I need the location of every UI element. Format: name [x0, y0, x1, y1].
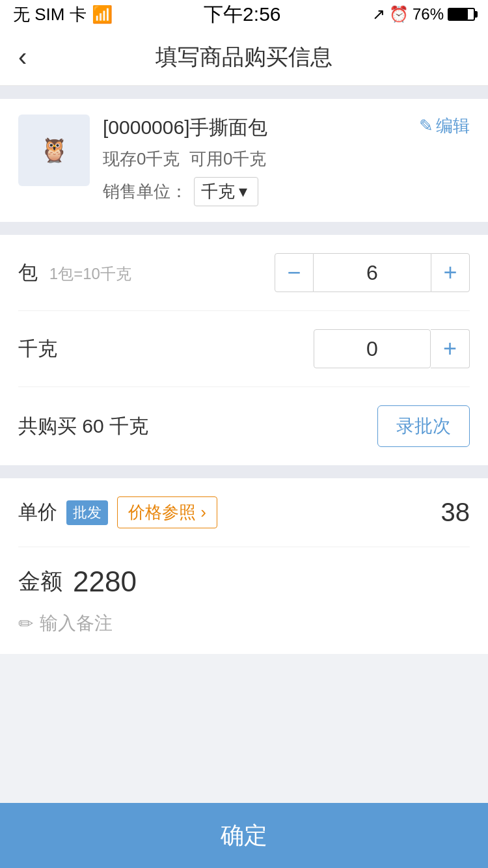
top-divider — [0, 86, 488, 99]
battery-text: 76% — [413, 5, 444, 23]
edit-icon: ✎ — [419, 116, 433, 136]
quantity-control-kg: + — [314, 329, 470, 368]
wifi-icon: 📶 — [92, 5, 113, 25]
price-label: 单价 — [18, 499, 57, 526]
product-stock: 现存0千克 可用0千克 — [103, 148, 470, 170]
available-text: 可用0千克 — [185, 149, 267, 169]
total-text: 共购买 60 千克 — [18, 413, 148, 440]
note-row[interactable]: ✏ 输入备注 — [18, 611, 470, 636]
record-batch-button[interactable]: 录批次 — [377, 405, 470, 447]
quantity-row-kg: 千克 + — [18, 311, 470, 387]
location-icon: ↗ — [372, 5, 385, 23]
amount-value: 2280 — [73, 565, 137, 598]
increase-bao-button[interactable]: + — [431, 253, 470, 292]
battery-icon — [448, 8, 475, 21]
quantity-bao-input[interactable] — [314, 253, 431, 292]
edit-button[interactable]: ✎ 编辑 — [419, 115, 470, 137]
quantity-label-bao: 包 1包=10千克 — [18, 260, 131, 286]
product-name-row: [0000006]手撕面包 ✎ 编辑 — [103, 115, 470, 141]
note-placeholder: 输入备注 — [40, 611, 113, 636]
quantity-section: 包 1包=10千克 − + 千克 + — [0, 235, 488, 387]
price-ref-button[interactable]: 价格参照 › — [117, 496, 217, 528]
product-thumbnail: 🦉 — [18, 115, 90, 186]
pencil-icon: ✏ — [18, 613, 33, 634]
page-title: 填写商品购买信息 — [156, 42, 332, 72]
status-bar: 无 SIM 卡 📶 下午2:56 ↗ ⏰ 76% — [0, 0, 488, 29]
decrease-bao-button[interactable]: − — [275, 253, 314, 292]
quantity-label-kg: 千克 — [18, 336, 57, 362]
amount-row: 金额 2280 — [18, 565, 470, 598]
mid-divider-2 — [0, 465, 488, 478]
price-section: 单价 批发 价格参照 › 38 — [0, 478, 488, 547]
increase-kg-button[interactable]: + — [431, 329, 470, 368]
chevron-down-icon: ▾ — [239, 182, 247, 202]
status-left: 无 SIM 卡 📶 — [13, 3, 113, 26]
price-row: 单价 批发 价格参照 › 38 — [18, 496, 470, 547]
product-info: [0000006]手撕面包 ✎ 编辑 现存0千克 可用0千克 销售单位： 千克 … — [103, 115, 470, 206]
product-card: 🦉 [0000006]手撕面包 ✎ 编辑 现存0千克 可用0千克 销售单位： 千… — [0, 99, 488, 222]
price-value: 38 — [441, 498, 470, 527]
quantity-control-bao: − + — [275, 253, 470, 292]
total-row: 共购买 60 千克 录批次 — [0, 387, 488, 465]
unit-select[interactable]: 千克 ▾ — [194, 177, 258, 206]
confirm-button[interactable]: 确定 — [0, 803, 488, 868]
carrier-text: 无 SIM 卡 — [13, 3, 87, 26]
product-unit-row: 销售单位： 千克 ▾ — [103, 177, 470, 206]
product-logo: 🦉 — [40, 137, 69, 164]
confirm-label: 确定 — [221, 820, 267, 852]
edit-label: 编辑 — [436, 115, 470, 137]
alarm-icon: ⏰ — [389, 5, 409, 23]
mid-divider-1 — [0, 222, 488, 235]
label-kg: 千克 — [18, 338, 57, 359]
status-right: ↗ ⏰ 76% — [372, 5, 475, 23]
quantity-kg-input[interactable] — [314, 329, 431, 368]
amount-label: 金额 — [18, 567, 62, 597]
label-bao: 包 — [18, 262, 38, 283]
stock-text: 现存0千克 — [103, 149, 180, 169]
unit-label: 销售单位： — [103, 180, 187, 203]
unit-value: 千克 — [201, 180, 235, 203]
hint-bao: 1包=10千克 — [49, 265, 131, 282]
time-display: 下午2:56 — [204, 1, 280, 28]
product-name: [0000006]手撕面包 — [103, 115, 267, 141]
amount-section: 金额 2280 ✏ 输入备注 — [0, 547, 488, 654]
back-button[interactable]: ‹ — [18, 42, 27, 72]
quantity-row-bao: 包 1包=10千克 − + — [18, 235, 470, 311]
nav-bar: ‹ 填写商品购买信息 — [0, 29, 488, 86]
price-badge: 批发 — [66, 500, 108, 525]
